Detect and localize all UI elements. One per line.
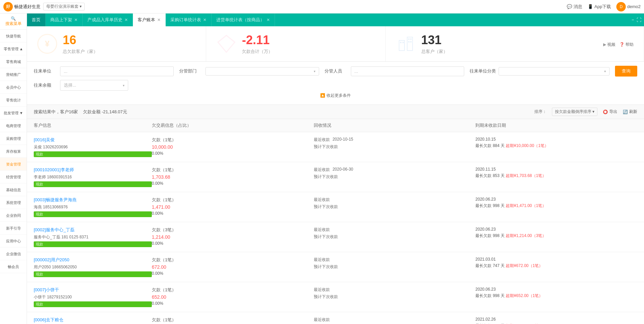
- sidebar-item-retail-stats[interactable]: 零售统计: [0, 94, 27, 107]
- store-selector[interactable]: 母婴行业演示账套 ▾: [43, 3, 85, 10]
- customer-name-0006[interactable]: [0006]去下粮仓: [34, 317, 152, 323]
- due-overdue-0007: 最长欠款 998 天 超期¥652.00（1笔）: [475, 293, 637, 299]
- debt-info-0007: 欠款（1笔） 652.00 0.00%: [152, 287, 314, 306]
- debt-amount-000002[interactable]: 672.00: [152, 264, 314, 270]
- help-btn[interactable]: ❓ 帮助: [619, 42, 634, 48]
- tab-purchase-stats-by-product[interactable]: 进货单统计表（按商品） ✕: [212, 13, 275, 26]
- sidebar-item-system[interactable]: 系统管理: [0, 196, 27, 209]
- tab-purchase-order-stats[interactable]: 采购订单统计表 ✕: [166, 13, 212, 26]
- customer-name-0003[interactable]: [0003]畅捷服务尹海燕: [34, 197, 152, 203]
- query-button[interactable]: 查询: [615, 66, 637, 77]
- overdue-amount-0007[interactable]: 超期¥652.00（1笔）: [506, 293, 543, 298]
- stats-bar: ¥ 16 总欠款客户（家） -2.11: [27, 26, 644, 62]
- nav-expand-icon[interactable]: ⛶: [637, 17, 641, 23]
- tab-home[interactable]: 首页: [27, 13, 46, 26]
- overdue-amount-0001020001[interactable]: 超期¥1,703.68（1笔）: [506, 173, 546, 178]
- video-label: 视频: [607, 42, 615, 48]
- customer-name-0002[interactable]: [0002]服务中心_丁磊: [34, 227, 152, 233]
- debt-amount-0003[interactable]: 1,471.00: [152, 204, 314, 210]
- sidebar-item-purchase[interactable]: 采购管理: [0, 132, 27, 145]
- sort-select[interactable]: 按欠款金额倒序排序 ▾: [552, 108, 597, 116]
- tab-product-listing-label: 商品上下架: [50, 17, 72, 23]
- balance-select[interactable]: 选择... ▾: [60, 80, 128, 91]
- source-unit-input[interactable]: ...: [60, 66, 174, 76]
- base-info-label: 基础信息: [1, 187, 25, 193]
- sidebar-item-base-info[interactable]: 基础信息: [0, 183, 27, 196]
- sidebar-item-corp-collab[interactable]: 企业协同: [0, 209, 27, 222]
- export-btn[interactable]: ⭕ 导出: [603, 109, 617, 115]
- overdue-amount-000002[interactable]: 超期¥672.00（1笔）: [506, 263, 543, 268]
- ecommerce-label: 电商管理: [1, 123, 25, 128]
- customer-name-0001020001[interactable]: [0001020001]李老师: [34, 167, 152, 173]
- sidebar-item-wholesale[interactable]: 批发管理 ▼: [0, 107, 27, 119]
- chang-member-label: 畅会员: [1, 264, 25, 269]
- message-btn[interactable]: 💬 消息: [567, 4, 582, 10]
- tab-purchase-stats-by-product-close[interactable]: ✕: [267, 18, 270, 22]
- sidebar-item-app-center[interactable]: 应用中心: [0, 235, 27, 247]
- debt-count-0016: 欠款（1笔）: [152, 137, 314, 143]
- sidebar-search[interactable]: 🔍 搜索菜单: [0, 13, 27, 30]
- debt-amount-0001020001[interactable]: 1,703.68: [152, 174, 314, 180]
- tab-production-history-close[interactable]: ✕: [124, 18, 128, 22]
- debt-amount-0016[interactable]: 10,000.00: [152, 144, 314, 150]
- debt-percent-0003: 0.00%: [152, 211, 314, 216]
- tab-purchase-order-stats-close[interactable]: ✕: [203, 18, 206, 22]
- sidebar-item-member[interactable]: 会员中心: [0, 81, 27, 94]
- logo-icon: 好: [3, 2, 13, 11]
- customer-info-0003: [0003]畅捷服务尹海燕 海燕 18513066976 现款: [34, 197, 152, 217]
- due-info-0002: 2020.06.23 最长欠款 998 天 超期¥1,214.00（3笔）: [475, 227, 637, 239]
- sidebar-item-corp-wechat[interactable]: 企业微信: [0, 247, 27, 260]
- unit-class-select[interactable]: ▾: [499, 67, 610, 76]
- stat-icon-building: [396, 34, 416, 54]
- collapse-btn[interactable]: 🔼 收起更多条件: [34, 91, 637, 100]
- last-collect-label-0003: 最近收款: [314, 197, 330, 203]
- debt-amount-0007[interactable]: 652.00: [152, 294, 314, 300]
- app-download-btn[interactable]: 📱 App下载: [588, 4, 611, 10]
- collapse-label: 收起更多条件: [327, 93, 351, 98]
- sidebar-item-ecommerce[interactable]: 电商管理: [0, 119, 27, 132]
- source-unit-dots: ...: [64, 69, 67, 74]
- sidebar-item-newbie[interactable]: 新手引导: [0, 222, 27, 235]
- stat2-label: 欠款合计（万）: [242, 49, 273, 55]
- manager-input[interactable]: ...: [351, 66, 465, 76]
- customer-name-0007[interactable]: [0007]小饼干: [34, 287, 152, 293]
- customer-info-0006: [0006]去下粮仓 陈小希 现款: [34, 317, 152, 324]
- dept-label: 分管部门: [179, 68, 203, 74]
- sidebar-item-retail-mgmt[interactable]: 零售管理 ▲: [0, 42, 27, 55]
- user-avatar-area[interactable]: D demo2: [616, 2, 641, 11]
- tab-production-history[interactable]: 产成品入库单历史 ✕: [83, 13, 133, 26]
- last-collect-date-0016: 2020-10-15: [333, 137, 353, 143]
- debt-count-0006: 欠款（1笔）: [152, 317, 314, 323]
- refresh-btn[interactable]: 🔄 刷新: [623, 109, 637, 115]
- sidebar-item-marketing[interactable]: 营销推广: [0, 68, 27, 81]
- debt-amount-0002[interactable]: 1,214.00: [152, 234, 314, 240]
- sidebar-item-chang-member[interactable]: 畅会员: [0, 260, 27, 273]
- summary-bar: 搜索结果中，客户16家 欠款金额 -21,148.07元 排序： 按欠款金额倒序…: [27, 105, 644, 119]
- sidebar-item-inventory[interactable]: 库存核算: [0, 145, 27, 158]
- last-collect-label-0002: 最近收款: [314, 227, 330, 233]
- customer-name-0016[interactable]: [0016]吴俊: [34, 137, 152, 143]
- tab-customer-ledger-close[interactable]: ✕: [157, 18, 161, 22]
- tab-customer-ledger[interactable]: 客户账本 ✕: [133, 13, 166, 26]
- overdue-amount-0002[interactable]: 超期¥1,214.00（3笔）: [506, 233, 546, 238]
- customer-name-000002[interactable]: [000002]用户2050: [34, 257, 152, 263]
- top-bar: 好 畅捷通好生意 母婴行业演示账套 ▾ 💬 消息 📱 App下载 D demo2: [0, 0, 644, 13]
- tab-product-listing-close[interactable]: ✕: [74, 18, 78, 22]
- tab-product-listing[interactable]: 商品上下架 ✕: [46, 13, 83, 26]
- sidebar-item-quick-nav[interactable]: 快捷导航: [0, 30, 27, 42]
- customer-tag-0001020001: 现款: [34, 181, 152, 187]
- customer-phone-0003: 海燕 18513066976: [34, 204, 152, 210]
- video-btn[interactable]: ▶ 视频: [603, 42, 615, 48]
- sidebar-item-finance[interactable]: 资金管理: [0, 158, 27, 171]
- table-header: 客户信息 欠交易信息（占比） 回收情况 到期未收款日期: [27, 119, 644, 132]
- svg-marker-2: [218, 35, 235, 52]
- tab-purchase-order-stats-label: 采购订单统计表: [170, 17, 201, 23]
- message-label: 消息: [573, 4, 582, 10]
- overdue-amount-0016[interactable]: 超期¥10,000.00（1笔）: [506, 143, 549, 148]
- overdue-amount-0003[interactable]: 超期¥1,471.00（1笔）: [506, 203, 546, 208]
- summary-text: 搜索结果中，客户16家 欠款金额 -21,148.07元: [34, 109, 127, 115]
- sidebar-item-retail-mall[interactable]: 零售商城: [0, 55, 27, 68]
- sidebar-item-operation[interactable]: 经营管理: [0, 171, 27, 183]
- dept-select[interactable]: ▾: [205, 67, 319, 76]
- nav-minus-icon[interactable]: －: [631, 17, 635, 23]
